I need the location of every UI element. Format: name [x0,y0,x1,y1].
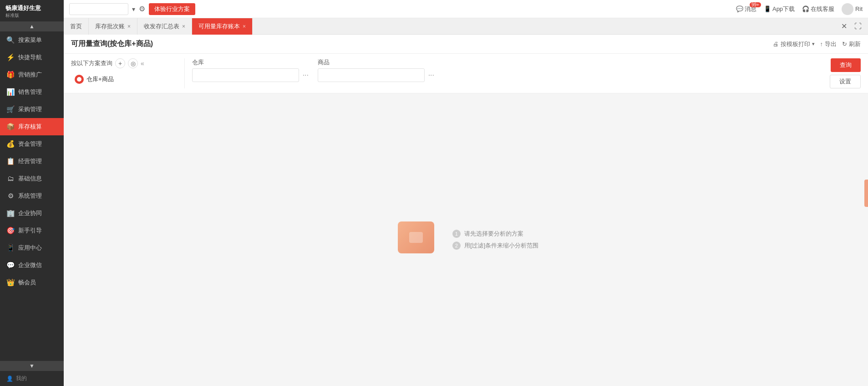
page-header: 可用量查询(按仓库+商品) 🖨 按模板打印 ▾ ↑ 导出 ↻ 刷新 [64,35,868,54]
sidebar-nav: 🔍搜索菜单⚡快捷导航🎁营销推广📊销售管理🛒采购管理📦库存核算💰资金管理📋经营管理… [0,31,64,361]
sidebar-item-inventory[interactable]: 📦库存核算 [0,118,64,135]
sidebar-item-enterprise[interactable]: 🏢企业协同 [0,205,64,222]
sidebar-item-member[interactable]: 👑畅会员 [0,274,64,291]
tab-batch[interactable]: 库存批次账× [89,18,137,35]
sidebar-icon-sales: 📊 [6,88,15,96]
tab-available[interactable]: 可用量库存账本× [192,18,253,35]
page-content: 可用量查询(按仓库+商品) 🖨 按模板打印 ▾ ↑ 导出 ↻ 刷新 [64,35,868,386]
sidebar-item-system[interactable]: ⚙系统管理 [0,187,64,205]
filter-add-btn[interactable]: + [115,58,125,68]
topbar-user[interactable]: Rit [842,3,863,15]
refresh-icon: ↻ [842,41,847,47]
sidebar-scroll-up[interactable]: ▲ [0,21,64,31]
sidebar-item-apps[interactable]: 📱应用中心 [0,239,64,257]
app-download-icon: 📱 [764,5,771,12]
sidebar-label-system: 系统管理 [18,192,42,200]
scheme-item-warehouse-goods[interactable]: 仓库+商品 [71,72,180,87]
print-label: 按模板打印 [781,40,810,48]
empty-box-face [409,232,423,243]
topbar-msg-btn[interactable]: 💬 消息 99+ [736,5,756,13]
tab-home[interactable]: 首页 [64,18,89,35]
tabs-maximize-btn[interactable]: ⛶ [852,21,864,31]
sidebar-label-shortcut: 快捷导航 [18,53,42,62]
sidebar-item-purchase[interactable]: 🛒采购管理 [0,101,64,118]
warehouse-input[interactable] [192,68,299,82]
sidebar-item-newbie[interactable]: 🎯新手引导 [0,222,64,239]
filter-setting-btn[interactable]: ◎ [128,58,138,68]
sidebar-bottom-icon: 👤 [6,376,13,382]
sidebar-icon-apps: 📱 [6,244,15,252]
goods-more-btn[interactable]: ··· [426,71,436,79]
sidebar-label-marketing: 营销推广 [18,71,42,79]
refresh-label: 刷新 [849,40,861,48]
tab-summary[interactable]: 收发存汇总表× [137,18,192,35]
print-btn[interactable]: 🖨 按模板打印 ▾ [773,40,815,48]
sidebar-bottom[interactable]: 👤 我的 [0,371,64,386]
goods-input[interactable] [318,68,425,82]
filter-collapse-btn[interactable]: « [141,60,144,67]
topbar-search-input[interactable] [69,3,128,15]
topbar-trial-btn[interactable]: 体验行业方案 [149,3,195,15]
tabs-close-btn[interactable]: ✕ [838,21,850,31]
filter-scheme-header: 按以下方案查询 + ◎ « [71,58,180,68]
sidebar-label-operation: 经营管理 [18,157,42,165]
sidebar-label-inventory: 库存核算 [18,123,42,131]
empty-hint-2: 2 用[过滤]条件来缩小分析范围 [452,242,538,250]
filter-actions: 查询 设置 [830,58,861,88]
tab-close-summary[interactable]: × [182,23,185,30]
sidebar-scroll-down[interactable]: ▼ [0,361,64,371]
tab-close-batch[interactable]: × [127,23,131,30]
sidebar: 畅康通好生意 标准版 ▲ 🔍搜索菜单⚡快捷导航🎁营销推广📊销售管理🛒采购管理📦库… [0,0,64,386]
sidebar-item-search[interactable]: 🔍搜索菜单 [0,31,64,49]
settings-btn[interactable]: 设置 [830,75,861,88]
filter-warehouse-field: 仓库 ··· [192,58,310,82]
page-header-actions: 🖨 按模板打印 ▾ ↑ 导出 ↻ 刷新 [773,40,861,48]
right-scroll-handle[interactable] [864,180,868,207]
tab-label-batch: 库存批次账 [95,22,125,31]
sidebar-item-finance[interactable]: 💰资金管理 [0,135,64,153]
query-btn[interactable]: 查询 [831,58,861,72]
empty-state-content: 1 请先选择要分析的方案 2 用[过滤]条件来缩小分析范围 [393,217,538,262]
sidebar-item-sales[interactable]: 📊销售管理 [0,83,64,101]
app-version: 标准版 [5,12,58,19]
warehouse-more-btn[interactable]: ··· [301,71,310,79]
topbar-right: 💬 消息 99+ 📱 App下载 🎧 在线客服 Rit [736,3,863,15]
sidebar-item-marketing[interactable]: 🎁营销推广 [0,66,64,83]
topbar-dropdown-btn[interactable]: ▾ [132,5,135,13]
hint-number-2: 2 [452,242,461,250]
sidebar-icon-marketing: 🎁 [6,71,15,79]
service-icon: 🎧 [802,5,809,12]
tab-label-home: 首页 [70,22,82,31]
user-avatar [842,3,853,15]
filter-area: 按以下方案查询 + ◎ « 仓库+商品 仓库 ··· [64,54,868,93]
topbar-app-btn[interactable]: 📱 App下载 [764,5,795,13]
hint-number-1: 1 [452,230,461,238]
sidebar-icon-system: ⚙ [6,192,15,200]
sidebar-label-wechat: 企业微信 [18,261,42,269]
sidebar-icon-inventory: 📦 [6,123,15,131]
sidebar-item-wechat[interactable]: 💬企业微信 [0,257,64,274]
export-icon: ↑ [820,41,823,47]
topbar-gear-btn[interactable]: ⚙ [139,5,145,13]
sidebar-icon-member: 👑 [6,278,15,287]
sidebar-item-basic[interactable]: 🗂基础信息 [0,170,64,187]
filter-goods-field: 商品 ··· [318,58,436,82]
export-btn[interactable]: ↑ 导出 [820,40,837,48]
sidebar-item-operation[interactable]: 📋经营管理 [0,153,64,170]
sidebar-item-shortcut[interactable]: ⚡快捷导航 [0,49,64,66]
empty-illustration [393,217,439,262]
topbar-service-btn[interactable]: 🎧 在线客服 [802,5,834,13]
sidebar-icon-basic: 🗂 [6,175,15,182]
tab-close-available[interactable]: × [243,23,246,30]
hint-text-1: 请先选择要分析的方案 [464,230,523,238]
print-icon: 🖨 [773,41,779,47]
refresh-btn[interactable]: ↻ 刷新 [842,40,861,48]
filter-scheme-label: 按以下方案查询 [71,59,112,67]
sidebar-label-newbie: 新手引导 [18,226,42,235]
warehouse-input-row: ··· [192,68,310,82]
sidebar-icon-newbie: 🎯 [6,226,15,235]
msg-icon: 💬 [736,5,743,12]
msg-badge: 99+ [750,2,761,7]
goods-label: 商品 [318,58,436,67]
svg-point-0 [77,77,81,82]
